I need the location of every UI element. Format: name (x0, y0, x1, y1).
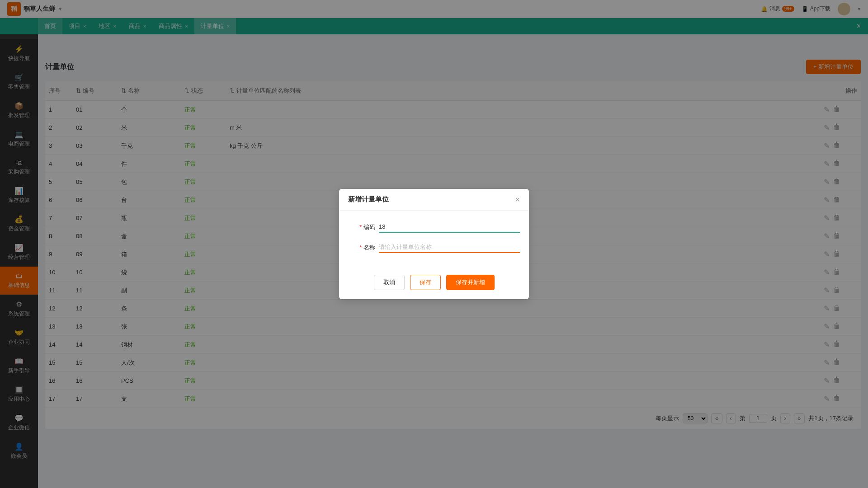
modal-title: 新增计量单位 (348, 195, 389, 204)
modal-header: 新增计量单位 × (339, 189, 529, 211)
name-input[interactable] (379, 242, 520, 253)
form-item-name: * 名称 (348, 242, 520, 253)
save-and-new-button[interactable]: 保存并新增 (446, 275, 495, 290)
add-unit-modal: 新增计量单位 × * 编码 * 名称 取消 保存 保存并新增 (339, 189, 529, 299)
form-label-code: * 编码 (348, 223, 375, 231)
form-label-name: * 名称 (348, 244, 375, 252)
required-star-code: * (359, 224, 362, 230)
cancel-button[interactable]: 取消 (374, 275, 405, 290)
modal-close-button[interactable]: × (515, 196, 520, 204)
modal-overlay[interactable]: 新增计量单位 × * 编码 * 名称 取消 保存 保存并新增 (0, 0, 868, 488)
code-input[interactable] (379, 221, 520, 233)
modal-footer: 取消 保存 保存并新增 (339, 269, 529, 299)
save-button[interactable]: 保存 (410, 275, 441, 290)
required-star-name: * (359, 244, 362, 251)
modal-body: * 编码 * 名称 (339, 211, 529, 269)
form-item-code: * 编码 (348, 221, 520, 233)
